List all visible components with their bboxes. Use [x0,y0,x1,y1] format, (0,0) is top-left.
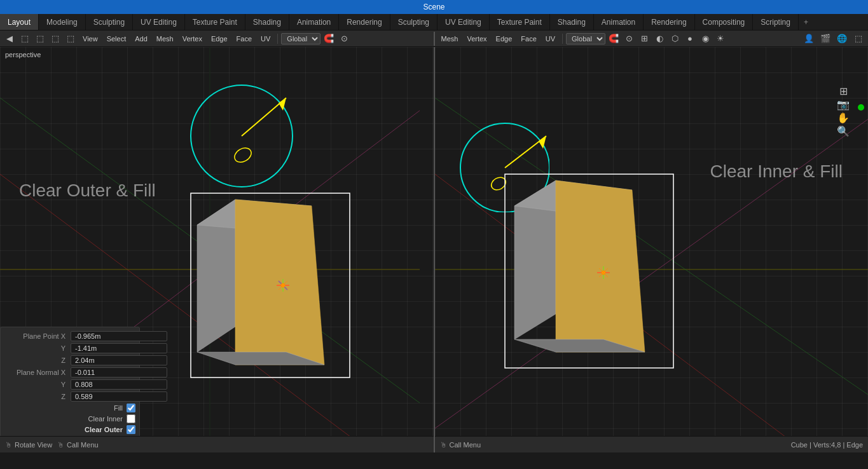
clear-inner-row: Clear Inner [4,414,135,423]
clear-inner-label: Clear Inner [88,415,123,423]
wireframe-icon[interactable]: ⬡ [668,32,682,46]
tab-texture-paint-2[interactable]: Texture Paint [490,14,550,30]
plane-point-x-row: Plane Point X [4,331,135,341]
snap-icon[interactable]: 🧲 [322,32,336,46]
toolbar-icon-5[interactable]: ⬚ [64,32,78,46]
gizmo-grid[interactable]: ⊞ [836,85,850,97]
viewports-container: perspective [0,47,868,452]
material-icon[interactable]: ◉ [698,32,712,46]
tab-compositing[interactable]: Compositing [695,14,754,30]
gizmo-hand[interactable]: ✋ [836,112,850,124]
header-right-icons: 👤 🎬 🌐 ⬚ [802,32,865,46]
gizmo-camera[interactable]: 📷 [836,99,850,111]
menu-icon-r: 🖱 [440,441,447,449]
plane-point-z-row: Z [4,355,135,365]
window-title: Scene [423,3,444,11]
tab-uv-editing-2[interactable]: UV Editing [437,14,490,30]
clear-inner-checkbox[interactable] [127,414,135,423]
proportional-icon[interactable]: ⊙ [337,32,351,46]
plane-normal-x-label: Plane Normal X [4,369,68,376]
rendered-icon[interactable]: ☀ [713,32,727,46]
green-dot [858,104,864,111]
world-icon[interactable]: 🌐 [835,32,849,46]
tab-sculpting-2[interactable]: Sculpting [390,14,437,30]
right-toolbar: Mesh Vertex Edge Face UV Global 🧲 ⊙ ⊞ ◐ … [435,32,869,46]
tab-texture-paint-1[interactable]: Texture Paint [185,14,245,30]
toolbar-icon-1[interactable]: ◀ [3,32,17,46]
display-icon[interactable]: ⬚ [851,32,865,46]
proportional-icon-r[interactable]: ⊙ [622,32,636,46]
viewport-right[interactable]: Clear Inner & Fill ⊞ 📷 ✋ 🔍 🖱 Call Menu C… [435,47,869,452]
call-menu-label: Call Menu [67,441,99,449]
plane-normal-x-row: Plane Normal X [4,367,135,377]
select-menu[interactable]: Select [103,34,130,44]
call-menu-right-item: 🖱 Call Menu [440,441,481,449]
solid-icon[interactable]: ● [683,32,697,46]
tab-shading-2[interactable]: Shading [550,14,594,30]
rotate-view-label: Rotate View [15,441,52,449]
plane-normal-z-row: Z [4,391,135,402]
rotate-view-item: 🖱 Rotate View [5,441,52,449]
toolbar-icon-4[interactable]: ⬚ [48,32,62,46]
tab-scripting[interactable]: Scripting [753,14,799,30]
add-menu[interactable]: Add [131,34,151,44]
right-viewport-label: Clear Inner & Fill [710,161,843,182]
transform-orientation-r[interactable]: Global [566,33,605,44]
edge-menu[interactable]: Edge [207,34,231,44]
overlay-icon[interactable]: ⊞ [637,32,651,46]
clear-outer-row: Clear Outer [4,425,135,434]
plane-normal-y-label: Y [4,381,68,388]
left-toolbar: ◀ ⬚ ⬚ ⬚ ⬚ View Select Add Mesh Vertex Ed… [0,32,435,46]
gizmo-zoom[interactable]: 🔍 [836,125,850,137]
xray-icon[interactable]: ◐ [652,32,666,46]
menu-icon: 🖱 [57,441,64,449]
tab-layout[interactable]: Layout [0,14,39,30]
vertex-menu[interactable]: Vertex [179,34,206,44]
vertex-menu-r[interactable]: Vertex [463,34,490,44]
mesh-menu-r[interactable]: Mesh [437,34,462,44]
tab-add-button[interactable]: + [799,14,813,30]
tab-shading-1[interactable]: Shading [245,14,289,30]
cube-info: Cube | Verts:4,8 | Edge [791,441,863,449]
fill-label: Fill [114,404,123,412]
uv-menu[interactable]: UV [257,34,274,44]
call-menu-item: 🖱 Call Menu [57,441,99,449]
tab-rendering-1[interactable]: Rendering [339,14,390,30]
tab-animation-1[interactable]: Animation [289,14,339,30]
user-icon[interactable]: 👤 [802,32,816,46]
clear-outer-checkbox[interactable] [127,425,135,434]
plane-point-y-row: Y [4,343,135,353]
transform-orientation[interactable]: Global [281,33,320,44]
toolbar-icon-3[interactable]: ⬚ [33,32,47,46]
plane-point-y-label: Y [4,344,68,352]
workspace-tabs: Layout Modeling Sculpting UV Editing Tex… [0,14,868,31]
plane-point-z-label: Z [4,357,68,364]
tab-animation-2[interactable]: Animation [594,14,644,30]
perspective-label: perspective [5,51,41,58]
face-menu[interactable]: Face [233,34,256,44]
plane-point-x-label: Plane Point X [4,332,68,340]
tab-modeling[interactable]: Modeling [39,14,86,30]
edge-menu-r[interactable]: Edge [492,34,516,44]
plane-normal-z-label: Z [4,393,68,400]
call-menu-right-label: Call Menu [450,441,481,449]
mesh-menu[interactable]: Mesh [153,34,177,44]
scene-icon[interactable]: 🎬 [818,32,832,46]
fill-checkbox[interactable] [127,404,135,412]
snap-icon-r[interactable]: 🧲 [607,32,621,46]
title-bar: Scene [0,0,868,14]
view-menu[interactable]: View [79,34,102,44]
face-menu-r[interactable]: Face [517,34,540,44]
viewport-left[interactable]: perspective [0,47,435,452]
plane-normal-y-row: Y [4,379,135,390]
tab-sculpting-1[interactable]: Sculpting [86,14,133,30]
fill-row: Fill [4,404,135,412]
tab-uv-editing-1[interactable]: UV Editing [133,14,185,30]
toolbar-sep-r1 [562,34,563,44]
left-viewport-label: Clear Outer & Fill [19,180,156,201]
toolbar-sep-1 [277,34,278,44]
grid-background-right [435,47,869,452]
toolbar-icon-2[interactable]: ⬚ [18,32,32,46]
uv-menu-r[interactable]: UV [542,34,559,44]
tab-rendering-2[interactable]: Rendering [644,14,694,30]
